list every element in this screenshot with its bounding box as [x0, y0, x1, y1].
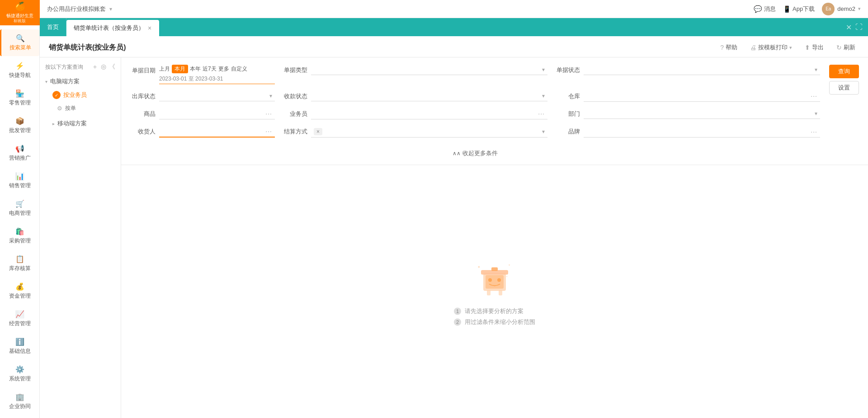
scheme-item-salesman[interactable]: ✓ 按业务员 [40, 88, 121, 102]
refresh-button[interactable]: ↻ 刷新 [833, 42, 859, 53]
consignee-control[interactable]: ··· [159, 126, 275, 138]
date-value[interactable]: 2023-03-01 至 2023-03-31 [159, 75, 275, 84]
sidebar-item-system[interactable]: ⚙️ 系统管理 [0, 361, 39, 387]
sidebar-item-label: 营销推广 [9, 154, 31, 162]
logo-icon: 🍊 [15, 1, 25, 12]
filter-row-3: 商品 ··· 业务员 [130, 108, 820, 119]
out-status-control[interactable]: ▾ [159, 91, 275, 101]
date-tab-this-month[interactable]: 本月 [172, 65, 188, 73]
user-label: demo2 [837, 5, 855, 12]
template-print-button[interactable]: 🖨 按模板打印 ▾ [746, 42, 796, 53]
sidebar-item-label: 经营管理 [9, 320, 31, 328]
sidebar-item-finance[interactable]: 💰 资金管理 [0, 278, 39, 304]
department-control[interactable]: ▾ [584, 109, 820, 119]
sidebar-item-ecommerce[interactable]: 🛒 电商管理 [0, 195, 39, 222]
collapse-up-icon: ∧∧ [453, 150, 461, 157]
sidebar: 🍊 畅捷通好生意 标账版 🔍 搜索菜单 ⚡ 快捷导航 🏪 零售管理 📦 批发管理… [0, 0, 40, 418]
tab-expand-icon[interactable]: ⛶ [855, 23, 863, 31]
sidebar-item-search-menu[interactable]: 🔍 搜索菜单 [0, 29, 39, 56]
sidebar-item-label: 零售管理 [9, 99, 31, 107]
tab-close-icon[interactable]: × [148, 24, 151, 32]
out-status-label: 出库状态 [130, 92, 156, 100]
app-download-icon: 📱 [783, 5, 791, 13]
bill-type-dropdown-icon: ▾ [542, 66, 545, 73]
logo-sub: 标账版 [14, 19, 26, 24]
sidebar-item-label: 基础信息 [9, 347, 31, 355]
collapse-panel-icon[interactable]: 《 [109, 63, 115, 71]
sidebar-item-label: 资金管理 [9, 292, 31, 300]
message-button[interactable]: 💬 消息 [754, 5, 776, 13]
tab-minimize-icon[interactable]: ✕ [846, 23, 852, 32]
industry-dropdown[interactable]: ▾ [109, 6, 112, 12]
sidebar-item-retail[interactable]: 🏪 零售管理 [0, 85, 39, 111]
scheme-arrow-icon: ▾ [45, 79, 47, 84]
sidebar-item-wholesale[interactable]: 📦 批发管理 [0, 112, 39, 139]
sidebar-item-basic[interactable]: ℹ️ 基础信息 [0, 333, 39, 360]
inventory-icon: 📋 [15, 255, 24, 263]
sidebar-menu: 🔍 搜索菜单 ⚡ 快捷导航 🏪 零售管理 📦 批发管理 📢 营销推广 📊 销售管… [0, 25, 39, 418]
user-button[interactable]: Ea demo2 ▾ [822, 3, 861, 15]
dropdown-arrow-icon: ▾ [109, 6, 112, 12]
sidebar-item-sales[interactable]: 📊 销售管理 [0, 167, 39, 194]
settlement-tag-close[interactable]: × [316, 128, 320, 135]
add-scheme-icon[interactable]: ＋ [92, 63, 98, 71]
quick-nav-icon: ⚡ [15, 62, 24, 70]
bill-type-label: 单据类型 [282, 66, 307, 74]
sidebar-item-newbie[interactable]: 🎯 新手引导 [0, 416, 39, 418]
print-dropdown-icon: ▾ [789, 45, 792, 51]
bill-status-control[interactable]: ▾ [584, 65, 820, 75]
left-panel-icons: ＋ ◎ 《 [92, 63, 115, 71]
sidebar-item-label: 系统管理 [9, 375, 31, 383]
scheme-sub-item-label: 按单 [65, 104, 76, 112]
collapse-button[interactable]: ∧∧ 收起更多条件 [449, 146, 501, 161]
receipt-status-control[interactable]: ▾ [311, 91, 547, 101]
goods-control[interactable]: ··· [159, 108, 275, 119]
tab-sales-stat[interactable]: 销货单统计表（按业务员） × [66, 20, 159, 36]
topbar-right: 💬 消息 📱 App下载 Ea demo2 ▾ [754, 3, 861, 15]
empty-illustration: ✦ ✦ ✦ [472, 255, 517, 300]
warehouse-control[interactable]: ··· [584, 90, 820, 102]
date-tab-more[interactable]: 更多 [218, 65, 229, 73]
date-tab-this-year[interactable]: 本年 [190, 65, 201, 73]
bill-status-label: 单据状态 [555, 66, 580, 74]
sidebar-item-quick-nav[interactable]: ⚡ 快捷导航 [0, 57, 39, 84]
active-dot-icon: ✓ [52, 91, 61, 99]
salesman-label: 业务员 [282, 110, 307, 118]
sidebar-item-purchase[interactable]: 🛍️ 采购管理 [0, 223, 39, 249]
help-button[interactable]: ? 帮助 [717, 42, 741, 53]
tab-home[interactable]: 首页 [40, 18, 66, 36]
filter-item-department: 部门 ▾ [555, 109, 820, 119]
sidebar-item-marketing[interactable]: 📢 营销推广 [0, 140, 39, 166]
empty-hint-2: 2 用过滤条件来缩小分析范围 [454, 318, 535, 326]
sidebar-item-label: 采购管理 [9, 237, 31, 245]
filter-item-bill-type: 单据类型 ▾ [282, 65, 547, 75]
scheme-desktop-label[interactable]: ▾ 电脑端方案 [40, 75, 121, 88]
sidebar-item-enterprise[interactable]: 🏢 企业协同 [0, 388, 39, 415]
filter-row-4: 收货人 ··· 结算方式 [130, 126, 820, 138]
query-button[interactable]: 查询 [829, 65, 859, 78]
sidebar-item-label: 批发管理 [9, 127, 31, 134]
scheme-sub-item-order[interactable]: ⚙ 按单 [40, 102, 121, 115]
date-tab-last-7-days[interactable]: 近7天 [203, 65, 217, 73]
settlement-control[interactable]: × ▾ [311, 126, 547, 138]
date-tab-custom[interactable]: 自定义 [231, 65, 247, 73]
settings-button[interactable]: 设置 [829, 81, 859, 95]
settings-scheme-icon[interactable]: ◎ [101, 63, 106, 71]
scheme-mobile-label[interactable]: ▸ 移动端方案 [40, 117, 121, 130]
sidebar-item-operations[interactable]: 📈 经营管理 [0, 305, 39, 332]
empty-state: ✦ ✦ ✦ 1 请先选择要分析的方案 2 用过滤条件来缩小分析范围 [121, 165, 868, 418]
bill-type-control[interactable]: ▾ [311, 65, 547, 75]
salesman-control[interactable]: ··· [311, 108, 547, 119]
filter-item-brand: 品牌 ··· [555, 126, 820, 138]
sub-item-icon: ⚙ [57, 105, 62, 112]
tab-sales-stat-label: 销货单统计表（按业务员） [74, 24, 144, 32]
date-tab-last-month[interactable]: 上月 [159, 65, 170, 73]
brand-control[interactable]: ··· [584, 126, 820, 138]
collapse-label: 收起更多条件 [462, 149, 498, 157]
sidebar-item-label: 销售管理 [9, 182, 31, 190]
export-button[interactable]: ⬆ 导出 [801, 42, 827, 53]
app-download-button[interactable]: 📱 App下载 [783, 5, 815, 13]
sidebar-item-inventory[interactable]: 📋 库存核算 [0, 250, 39, 277]
scheme-desktop-text: 电脑端方案 [50, 77, 80, 86]
goods-label: 商品 [130, 110, 156, 118]
